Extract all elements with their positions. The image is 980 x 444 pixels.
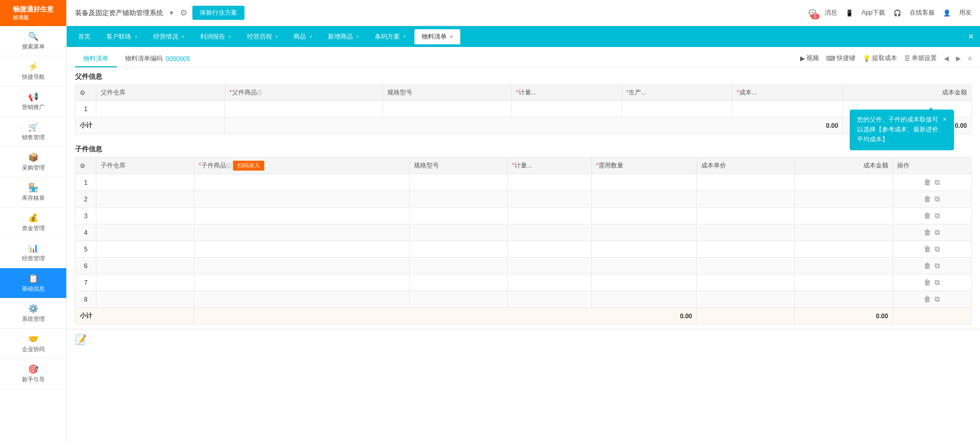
tab-profit[interactable]: 利润报告 × — [193, 29, 239, 44]
child-row-1-warehouse[interactable] — [96, 174, 194, 191]
toolbar-view[interactable]: ▶ 视频 — [800, 54, 819, 63]
child-row-7-warehouse[interactable] — [96, 274, 194, 291]
app-download-label[interactable]: App下载 — [862, 8, 885, 17]
delete-row-7[interactable]: 🗑 — [924, 278, 931, 286]
sub-tab-bom-list[interactable]: 物料清单 — [75, 51, 117, 67]
child-row-1-spec[interactable] — [410, 174, 508, 191]
child-row-6-warehouse[interactable] — [96, 258, 194, 274]
tab-new-goods[interactable]: 新增商品 × — [321, 29, 366, 44]
toolbar-extract-cost[interactable]: 💡 提取成本 — [863, 54, 897, 63]
copy-row-6[interactable]: ⧉ — [935, 261, 940, 270]
tab-history-close[interactable]: × — [275, 34, 278, 40]
child-row-3-spec[interactable] — [410, 208, 508, 224]
child-row-4-unit-cost[interactable] — [696, 224, 794, 241]
sidebar-item-sales[interactable]: 🛒 销售管理 — [0, 117, 66, 147]
child-row-2-goods[interactable] — [194, 191, 409, 208]
copy-row-4[interactable]: ⧉ — [935, 228, 940, 236]
settings-icon[interactable]: ⚙ — [180, 8, 187, 18]
child-row-2-spec[interactable] — [410, 191, 508, 208]
tab-operations-close[interactable]: × — [181, 34, 185, 40]
sub-tab-bom-code[interactable]: 物料清单编码 0000005 — [117, 51, 199, 67]
scan-btn[interactable]: 扫码录入 — [233, 161, 264, 171]
child-row-8-goods[interactable] — [194, 291, 409, 308]
child-row-8-unit[interactable] — [508, 291, 592, 308]
child-row-4-unit[interactable] — [508, 224, 592, 241]
child-col-settings[interactable]: ⚙ — [76, 158, 96, 174]
delete-row-3[interactable]: 🗑 — [924, 211, 931, 220]
child-row-4-quantity[interactable] — [592, 224, 696, 241]
child-row-5-unit[interactable] — [508, 241, 592, 258]
child-row-6-spec[interactable] — [410, 258, 508, 274]
copy-row-2[interactable]: ⧉ — [935, 195, 940, 203]
tab-operations[interactable]: 经营情况 × — [146, 29, 192, 44]
tooltip-close-btn[interactable]: × — [943, 115, 947, 125]
online-service-label[interactable]: 在线客服 — [910, 8, 935, 17]
tab-barcode-close[interactable]: × — [403, 34, 406, 40]
parent-row-1-cost[interactable] — [732, 101, 843, 117]
child-row-6-quantity[interactable] — [592, 258, 696, 274]
parent-row-1-warehouse[interactable] — [96, 101, 225, 117]
sidebar-item-quick-nav[interactable]: ⚡ 快捷导航 — [0, 56, 66, 87]
tab-bom-close[interactable]: × — [450, 34, 453, 40]
copy-row-1[interactable]: ⧉ — [935, 178, 940, 186]
tab-new-goods-close[interactable]: × — [356, 34, 359, 40]
child-row-1-quantity[interactable] — [592, 174, 696, 191]
tab-customer[interactable]: 客户联络 × — [99, 29, 145, 44]
child-row-3-unit-cost[interactable] — [696, 208, 794, 224]
copy-row-5[interactable]: ⧉ — [935, 245, 940, 253]
child-row-5-quantity[interactable] — [592, 241, 696, 258]
copy-row-7[interactable]: ⧉ — [935, 278, 940, 286]
tab-home[interactable]: 首页 — [71, 29, 98, 44]
child-row-3-quantity[interactable] — [592, 208, 696, 224]
sidebar-item-marketing[interactable]: 📢 营销推广 — [0, 87, 66, 117]
child-row-1-unit-cost[interactable] — [696, 174, 794, 191]
child-row-3-goods[interactable] — [194, 208, 409, 224]
child-row-8-warehouse[interactable] — [96, 291, 194, 308]
sidebar-item-search[interactable]: 🔍 搜索菜单 — [0, 26, 66, 56]
child-row-5-goods[interactable] — [194, 241, 409, 258]
copy-row-8[interactable]: ⧉ — [935, 295, 940, 303]
tab-bom[interactable]: 物料清单 × — [414, 29, 460, 44]
child-row-2-unit[interactable] — [508, 191, 592, 208]
sidebar-item-purchase[interactable]: 📦 采购管理 — [0, 147, 66, 177]
nav-next[interactable]: ▶ — [956, 55, 961, 62]
close-all-tabs[interactable]: × — [966, 29, 976, 44]
parent-row-1-goods[interactable] — [225, 101, 383, 117]
parent-row-1-spec[interactable] — [383, 101, 511, 117]
child-row-2-quantity[interactable] — [592, 191, 696, 208]
sidebar-item-guide[interactable]: 🎯 新手引导 — [0, 359, 66, 389]
tab-history[interactable]: 经营历程 × — [240, 29, 286, 44]
child-row-6-unit-cost[interactable] — [696, 258, 794, 274]
sidebar-item-inventory[interactable]: 🏪 库存核算 — [0, 177, 66, 208]
child-row-7-unit[interactable] — [508, 274, 592, 291]
child-row-4-goods[interactable] — [194, 224, 409, 241]
child-row-1-goods[interactable] — [194, 174, 409, 191]
delete-row-4[interactable]: 🗑 — [924, 228, 931, 236]
sidebar-item-finance[interactable]: 💰 资金管理 — [0, 208, 66, 238]
toolbar-single-settings[interactable]: ☰ 单据设置 — [904, 54, 937, 63]
child-row-3-warehouse[interactable] — [96, 208, 194, 224]
copy-row-3[interactable]: ⧉ — [935, 211, 940, 220]
child-row-5-warehouse[interactable] — [96, 241, 194, 258]
child-row-4-spec[interactable] — [410, 224, 508, 241]
tab-goods[interactable]: 商品 × — [286, 29, 320, 44]
child-row-7-spec[interactable] — [410, 274, 508, 291]
message-icon-wrap[interactable]: 💬 6 — [808, 9, 816, 17]
experience-btn[interactable]: 体验行业方案 — [192, 6, 244, 20]
child-row-8-unit-cost[interactable] — [696, 291, 794, 308]
tab-customer-close[interactable]: × — [134, 34, 138, 40]
child-row-7-goods[interactable] — [194, 274, 409, 291]
tab-profit-close[interactable]: × — [228, 34, 231, 40]
delete-row-1[interactable]: 🗑 — [924, 178, 931, 186]
child-row-1-unit[interactable] — [508, 174, 592, 191]
child-row-5-spec[interactable] — [410, 241, 508, 258]
parent-row-1-unit[interactable] — [511, 101, 622, 117]
sidebar-item-collab[interactable]: 🤝 企业协同 — [0, 329, 66, 359]
child-row-2-unit-cost[interactable] — [696, 191, 794, 208]
child-row-8-spec[interactable] — [410, 291, 508, 308]
child-row-2-warehouse[interactable] — [96, 191, 194, 208]
sidebar-item-system[interactable]: ⚙️ 系统管理 — [0, 298, 66, 329]
sidebar-item-operations[interactable]: 📊 经营管理 — [0, 238, 66, 268]
child-row-8-quantity[interactable] — [592, 291, 696, 308]
delete-row-6[interactable]: 🗑 — [924, 261, 931, 270]
